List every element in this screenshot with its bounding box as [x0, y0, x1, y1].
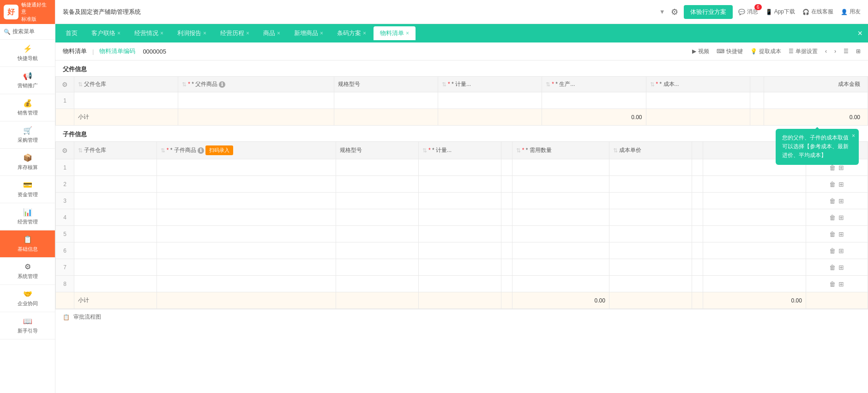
parent-production-cell[interactable] [542, 92, 646, 109]
parent-product-cell[interactable] [178, 92, 334, 109]
child-warehouse-2[interactable] [74, 176, 157, 193]
sidebar-item-shortcut[interactable]: ⚡ 快捷导航 [0, 40, 55, 67]
sidebar-item-operations[interactable]: 📊 经营管理 [0, 203, 55, 230]
child-subtotal-qty: 0.00 [512, 292, 609, 309]
parent-gear-icon[interactable]: ⚙ [62, 81, 68, 88]
child-unit-1[interactable] [419, 159, 501, 176]
delete-icon-1[interactable]: 🗑 [829, 164, 836, 171]
nav-prev-button[interactable]: ‹ [825, 48, 827, 54]
child-cost-1[interactable] [609, 159, 692, 176]
parent-spec-cell[interactable] [334, 92, 438, 109]
tab-operations[interactable]: 经营情况 × [128, 26, 170, 40]
bottom-text[interactable]: 审批流程图 [73, 313, 101, 321]
sidebar-item-marketing[interactable]: 📢 营销推广 [0, 67, 55, 94]
copy-icon-6[interactable]: ⊞ [838, 247, 844, 254]
tab-history-close[interactable]: × [246, 30, 249, 36]
delete-icon-3[interactable]: 🗑 [829, 197, 836, 205]
sidebar-item-sales[interactable]: 💰 销售管理 [0, 94, 55, 121]
tab-history[interactable]: 经营历程 × [214, 26, 256, 40]
delete-icon-8[interactable]: 🗑 [829, 280, 836, 288]
parent-cost-cell[interactable] [646, 92, 750, 109]
sidebar-item-inventory[interactable]: 📦 库存核算 [0, 149, 55, 176]
sidebar-item-basic-info[interactable]: 📋 基础信息 [0, 230, 55, 258]
trial-button[interactable]: 体验行业方案 [684, 5, 733, 19]
nav-next-button[interactable]: › [834, 48, 836, 54]
extract-cost-action[interactable]: 💡 提取成本 [750, 48, 781, 55]
tab-profit-close[interactable]: × [203, 30, 206, 36]
view-action[interactable]: ▶ 视频 [692, 48, 709, 55]
tab-product-close[interactable]: × [277, 30, 280, 36]
sidebar-item-guide[interactable]: 📖 新手引导 [0, 312, 55, 339]
copy-icon-1[interactable]: ⊞ [838, 164, 844, 171]
tooltip-close-button[interactable]: × [852, 132, 855, 140]
parent-col-amount: 成本金额 [764, 77, 868, 92]
tab-customer-close[interactable]: × [117, 30, 121, 36]
tab-bom-close[interactable]: × [406, 30, 409, 36]
child-spec-1[interactable] [336, 159, 419, 176]
child-warehouse-1[interactable] [74, 159, 157, 176]
shortcut-action[interactable]: ⌨ 快捷键 [717, 48, 743, 55]
delete-icon-7[interactable]: 🗑 [829, 264, 836, 271]
close-all-tabs-button[interactable]: × [856, 27, 864, 40]
parent-product-info-icon[interactable]: ℹ [219, 81, 225, 88]
scan-button[interactable]: 扫码录入 [205, 145, 233, 155]
online-service-button[interactable]: 🎧 在线客服 [802, 8, 833, 16]
search-menu[interactable]: 🔍 搜索菜单 [0, 24, 55, 40]
single-settings-action[interactable]: ☰ 单据设置 [789, 48, 818, 55]
tab-bom[interactable]: 物料清单 × [374, 26, 416, 40]
sidebar-item-finance[interactable]: 💳 资金管理 [0, 176, 55, 203]
app-download-button[interactable]: 📱 App下载 [766, 8, 795, 16]
user-menu-button[interactable]: 👤 用友 [841, 8, 861, 16]
page-code: 0000005 [143, 48, 166, 55]
tab-new-product-close[interactable]: × [320, 30, 323, 36]
copy-icon-7[interactable]: ⊞ [838, 264, 844, 271]
tab-barcode-close[interactable]: × [363, 30, 366, 36]
child-product-info-icon[interactable]: ℹ [198, 147, 204, 154]
tab-product[interactable]: 商品 × [257, 26, 287, 40]
tab-home[interactable]: 首页 [59, 26, 84, 40]
delete-icon-6[interactable]: 🗑 [829, 247, 836, 254]
sidebar-item-system[interactable]: ⚙ 系统管理 [0, 258, 55, 285]
child-actions-1: 🗑⊞ [806, 164, 868, 171]
parent-warehouse-cell[interactable] [74, 92, 178, 109]
delete-icon-2[interactable]: 🗑 [829, 181, 836, 188]
list-view-button[interactable]: ☰ [844, 48, 849, 54]
sidebar: 好 畅捷通好生意 标准版 🔍 搜索菜单 ⚡ 快捷导航 📢 营销推广 💰 销售管理… [0, 0, 55, 393]
sidebar-item-enterprise[interactable]: 🤝 企业协同 [0, 285, 55, 312]
child-product-3[interactable] [157, 193, 336, 209]
parent-unit-cell[interactable] [438, 92, 542, 109]
child-qty-1[interactable] [512, 159, 609, 176]
tab-profit[interactable]: 利润报告 × [171, 26, 213, 40]
shortcut-label: 快捷键 [726, 48, 743, 55]
child-product-2[interactable] [157, 176, 336, 193]
expand-button[interactable]: ⊞ [856, 48, 861, 54]
child-gear-icon[interactable]: ⚙ [62, 147, 68, 154]
parent-prod-sort-icon: ⇅ [546, 81, 550, 88]
copy-icon-2[interactable]: ⊞ [838, 181, 844, 188]
child-spec-2[interactable] [336, 176, 419, 193]
child-cost-2[interactable] [609, 176, 692, 193]
copy-icon-8[interactable]: ⊞ [838, 280, 844, 288]
child-col-warehouse: ⇅ 子件仓库 [74, 142, 157, 159]
parent-unit-sort-icon: ⇅ [442, 81, 446, 88]
child-qty-2[interactable] [512, 176, 609, 193]
copy-icon-3[interactable]: ⊞ [838, 197, 844, 205]
breadcrumb-bom[interactable]: 物料清单 [63, 47, 87, 55]
marketing-icon: 📢 [23, 72, 32, 80]
tab-new-product[interactable]: 新增商品 × [288, 26, 330, 40]
child-product-1[interactable] [157, 159, 336, 176]
settings-icon[interactable]: ⚙ [671, 7, 678, 17]
delete-icon-4[interactable]: 🗑 [829, 214, 836, 221]
sidebar-item-purchase[interactable]: 🛒 采购管理 [0, 121, 55, 149]
tab-barcode[interactable]: 条码方案 × [331, 26, 373, 40]
dropdown-icon[interactable]: ▼ [659, 8, 665, 15]
child-unit-2[interactable] [419, 176, 501, 193]
child-warehouse-3[interactable] [74, 193, 157, 209]
logo-icon: 好 [4, 5, 18, 19]
delete-icon-5[interactable]: 🗑 [829, 230, 836, 238]
copy-icon-5[interactable]: ⊞ [838, 230, 844, 238]
tab-customer[interactable]: 客户联络 × [85, 26, 127, 40]
tab-operations-close[interactable]: × [160, 30, 163, 36]
copy-icon-4[interactable]: ⊞ [838, 214, 844, 221]
message-button[interactable]: 💬 消息 6 [738, 8, 758, 16]
